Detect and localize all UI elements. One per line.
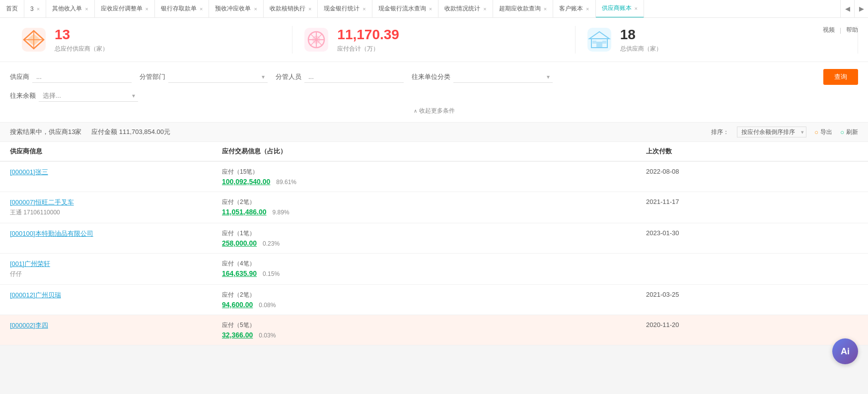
nav-tab-cash-stats[interactable]: 现金银行统计 × [318, 0, 372, 18]
payable-label: 应付（15笔） [222, 168, 646, 176]
supplier-input[interactable] [32, 71, 132, 83]
collapse-button[interactable]: ∧ 收起更多条件 [414, 107, 455, 115]
filter-department: 分管部门 [140, 71, 268, 83]
nav-prev-arrow[interactable]: ◀ [840, 0, 854, 18]
svg-rect-17 [602, 41, 606, 44]
table-row[interactable]: [000100]本特勤油品有限公司 应付（1笔） 258,000.00 0.23… [0, 223, 868, 254]
nav-tab-home[interactable]: 首页 [0, 0, 24, 18]
last-pay-date: 2023-01-30 [646, 229, 679, 237]
close-icon[interactable]: × [483, 6, 486, 12]
payable-amount[interactable]: 164,635.90 [222, 269, 257, 277]
filter-supplier: 供应商 [10, 71, 132, 83]
help-video-link[interactable]: 视频 [823, 26, 835, 34]
payable-cell: 应付（15笔） 100,092,540.00 89.61% [222, 168, 646, 186]
nav-next-arrow[interactable]: ▶ [854, 0, 868, 18]
table-row[interactable]: [000001]张三 应付（15笔） 100,092,540.00 89.61%… [0, 162, 868, 192]
nav-tab-cash-flow-label: 现金银行流水查询 [378, 4, 426, 13]
nav-tab-bank[interactable]: 银行存取款单 × [155, 0, 209, 18]
close-icon[interactable]: × [429, 6, 432, 12]
summary-payable-total-text: 11,170.39 应付合计（万） [337, 26, 399, 54]
supplier-name-link[interactable]: [000002]李四 [10, 321, 222, 330]
filter-department-label: 分管部门 [140, 72, 165, 81]
nav-tab-overdue-label: 超期应收款查询 [499, 4, 541, 13]
supplier-name-link[interactable]: [001]广州荣轩 [10, 260, 222, 268]
close-icon[interactable]: × [37, 6, 40, 12]
supplier-sub-info: 王通 17106110000 [10, 208, 222, 217]
supplier-name-link[interactable]: [000007]恒旺二手叉车 [10, 198, 222, 207]
payable-cell: 应付（2笔） 11,051,486.00 9.89% [222, 198, 646, 217]
search-button[interactable]: 查询 [823, 69, 858, 85]
payable-amount-row: 32,366.00 0.03% [222, 329, 646, 339]
payable-amount[interactable]: 258,000.00 [222, 239, 257, 247]
payable-amount-row: 11,051,486.00 9.89% [222, 206, 646, 216]
diamond-icon [20, 26, 48, 54]
rice-icon [302, 26, 330, 54]
nav-tab-prepay-label: 预收冲应收单 [215, 4, 251, 13]
result-supplier-info: 搜索结果中，供应商13家 [10, 128, 81, 135]
supplier-name-link[interactable]: [000012]广州贝瑞 [10, 291, 222, 300]
nav-tab-3[interactable]: 3 × [24, 0, 46, 18]
summary-payable-total-label: 应付合计（万） [337, 45, 399, 53]
sort-select[interactable]: 按应付余额倒序排序 [737, 127, 806, 137]
supplier-name-link[interactable]: [000100]本特勤油品有限公司 [10, 229, 222, 238]
nav-tab-overdue[interactable]: 超期应收款查询 × [493, 0, 553, 18]
nav-tab-receipt-stats[interactable]: 收款情况统计 × [438, 0, 493, 18]
nav-tab-adjustment[interactable]: 应收应付调整单 × [95, 0, 155, 18]
supplier-name-link[interactable]: [000001]张三 [10, 168, 222, 177]
payable-label: 应付（2笔） [222, 198, 646, 206]
close-icon[interactable]: × [200, 6, 203, 12]
close-icon[interactable]: × [308, 6, 311, 12]
payable-percent: 0.23% [263, 240, 280, 247]
payable-amount[interactable]: 32,366.00 [222, 331, 253, 339]
unit-select[interactable] [453, 71, 553, 83]
refresh-button[interactable]: ○ 刷新 [840, 128, 858, 136]
header-payable-info: 应付交易信息（占比） [222, 147, 646, 156]
close-icon[interactable]: × [586, 6, 589, 12]
table-row[interactable]: [000012]广州贝瑞 应付（2笔） 94,600.00 0.08% 2021… [0, 285, 868, 315]
filter-section: 供应商 分管部门 分管人员 往来单位分类 查询 往来 [0, 62, 868, 123]
payable-amount[interactable]: 100,092,540.00 [222, 178, 270, 186]
filter-unit-label: 往来单位分类 [412, 72, 450, 81]
nav-tab-supplier-ledger[interactable]: 供应商账本 × [596, 0, 644, 18]
filter-balance-label: 往来余额 [10, 91, 36, 100]
nav-tab-prepay[interactable]: 预收冲应收单 × [209, 0, 263, 18]
nav-tab-payment[interactable]: 收款核销执行 × [264, 0, 318, 18]
collapse-label: 收起更多条件 [419, 107, 455, 115]
table-row[interactable]: [000007]恒旺二手叉车 王通 17106110000 应付（2笔） 11,… [0, 192, 868, 223]
svg-rect-16 [592, 41, 596, 44]
filter-row-2: 往来余额 选择... [10, 90, 858, 102]
help-doc-link[interactable]: 帮助 [846, 26, 858, 34]
table-row[interactable]: [000002]李四 应付（5笔） 32,366.00 0.03% 2020-1… [0, 315, 868, 345]
nav-tab-other-income-label: 其他收入单 [52, 4, 82, 13]
person-input[interactable] [304, 71, 404, 83]
result-amount-info: 应付金额 111,703,854.00元 [91, 128, 170, 135]
result-bar: 搜索结果中，供应商13家 应付金额 111,703,854.00元 排序： 按应… [0, 123, 868, 142]
summary-payable-suppliers-label: 总应付供应商（家） [55, 45, 108, 53]
nav-tab-cash-flow[interactable]: 现金银行流水查询 × [372, 0, 438, 18]
close-icon[interactable]: × [254, 6, 257, 12]
department-select[interactable] [168, 71, 268, 83]
table-row[interactable]: [001]广州荣轩 仔仔 应付（4笔） 164,635.90 0.15% [0, 254, 868, 285]
help-divider: | [840, 27, 841, 34]
nav-tab-other-income[interactable]: 其他收入单 × [46, 0, 94, 18]
filter-balance: 往来余额 选择... [10, 90, 138, 102]
payable-percent: 0.15% [263, 270, 280, 277]
summary-card-payable-total: 11,170.39 应付合计（万） [292, 26, 575, 54]
nav-tab-customer-ledger[interactable]: 客户账本 × [553, 0, 595, 18]
close-icon[interactable]: × [85, 6, 88, 12]
nav-tab-home-label: 首页 [6, 4, 18, 13]
payable-amount[interactable]: 11,051,486.00 [222, 208, 267, 216]
svg-rect-15 [596, 42, 602, 48]
close-icon[interactable]: × [362, 6, 365, 12]
last-pay-date: 2020-11-20 [646, 321, 679, 328]
balance-select[interactable]: 选择... [39, 90, 138, 102]
close-icon[interactable]: × [544, 6, 547, 12]
payable-cell: 应付（5笔） 32,366.00 0.03% [222, 321, 646, 339]
supplier-cell: [000100]本特勤油品有限公司 [10, 229, 222, 247]
last-pay-cell: 2022-08-08 [646, 168, 858, 186]
close-icon[interactable]: × [635, 5, 638, 11]
payable-amount[interactable]: 94,600.00 [222, 301, 253, 309]
nav-tab-supplier-ledger-label: 供应商账本 [602, 4, 632, 12]
close-icon[interactable]: × [145, 6, 148, 12]
export-button[interactable]: ○ 导出 [814, 128, 832, 136]
